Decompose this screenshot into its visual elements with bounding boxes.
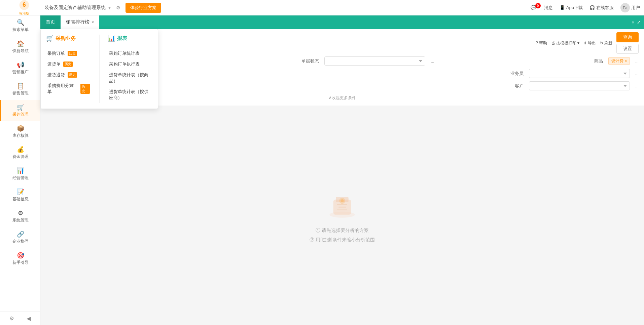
dropdown-arrow-icon[interactable]: ▾ [108, 5, 111, 10]
goods-more-icon[interactable]: ... [635, 59, 639, 64]
help-icon: ? [536, 41, 538, 45]
menu-item-purchase-return[interactable]: 进货退货 历史 [46, 70, 91, 80]
history-badge: 历史 [68, 72, 77, 78]
status-label: 单据状态 [301, 58, 319, 64]
menu-item-label: 进货单 [47, 61, 61, 67]
sidebar: 🔍 搜索菜单 🏠 快捷导航 📢 营销推广 📋 销售管理 🛒 采购管理 📦 库存核… [0, 15, 40, 325]
export-icon: ⬆ [583, 41, 587, 45]
logo-text: 标准版 [19, 11, 29, 16]
print-dropdown-icon[interactable]: ▾ [577, 41, 579, 45]
svg-rect-7 [337, 204, 347, 205]
help-label: 帮助 [539, 40, 547, 46]
header-title: 装备及固定资产辅助管理系统 ▾ ⚙ 体验行业方案 [44, 3, 531, 13]
sidebar-label: 库存核算 [12, 133, 29, 138]
dropdown-divider [99, 35, 100, 103]
salesperson-select[interactable] [529, 69, 630, 78]
message-item[interactable]: 💬 5 消息 [531, 5, 553, 11]
export-btn[interactable]: ⬆ 导出 [583, 40, 596, 46]
help-btn[interactable]: ? 帮助 [536, 40, 547, 46]
purchase-business-col: 🛒 采购业务 采购订单 历史 进货单 历史 进货退货 历史 [46, 35, 91, 103]
sidebar-item-search-menu[interactable]: 🔍 搜索菜单 [0, 15, 40, 37]
purchase-col-title-text: 采购业务 [56, 35, 76, 42]
sidebar-collapse-btn[interactable]: ◀ [27, 315, 31, 322]
menu-item-purchase-order[interactable]: 采购订单 历史 [46, 48, 91, 59]
sidebar-item-enterprise[interactable]: 🔗 企业协同 [0, 227, 40, 248]
industry-btn[interactable]: 体验行业方案 [126, 3, 161, 13]
online-service-item[interactable]: 🎧 在线客服 [589, 5, 614, 11]
phone-icon: 📱 [560, 5, 565, 10]
query-button[interactable]: 查询 [616, 32, 639, 42]
sidebar-item-finance[interactable]: 💰 资金管理 [0, 143, 40, 164]
tab-close-all-icon[interactable]: × [632, 20, 634, 25]
sidebar-label: 新手引导 [12, 260, 29, 266]
tab-maximize-icon[interactable]: ⤢ [637, 20, 641, 25]
export-label: 导出 [588, 40, 596, 46]
settings-button[interactable]: 设置 [616, 44, 639, 54]
sidebar-settings-btn[interactable]: ⚙ [9, 315, 14, 322]
sidebar-item-operations[interactable]: 📊 经营管理 [0, 164, 40, 185]
refresh-label: 刷新 [604, 40, 612, 46]
purchase-col-title: 🛒 采购业务 [46, 35, 91, 44]
refresh-btn[interactable]: ↻ 刷新 [600, 40, 612, 46]
empty-hint-2: ② 用[过滤]条件来缩小分析范围 [310, 235, 375, 244]
status-select[interactable] [324, 56, 425, 66]
tab-bar-actions: × ⤢ [632, 20, 644, 25]
sidebar-item-marketing[interactable]: 📢 营销推广 [0, 58, 40, 79]
menu-item-label: 进货单统计表（按商品） [109, 72, 151, 84]
empty-state: ① 请先选择要分析的方案 ② 用[过滤]条件来缩小分析范围 [40, 106, 644, 325]
menu-item-purchase-order-exec[interactable]: 采购订单执行表 [108, 59, 153, 70]
menu-item-label: 进货退货 [47, 72, 65, 78]
refresh-icon: ↻ [600, 41, 603, 45]
enterprise-icon: 🔗 [17, 231, 24, 237]
salesperson-more-icon[interactable]: ... [635, 71, 639, 76]
purchase-icon: 🛒 [17, 104, 24, 110]
header-settings-icon[interactable]: ⚙ [113, 3, 123, 12]
history-badge: 历史 [80, 84, 90, 94]
sales-icon: 📋 [17, 83, 24, 89]
system-title: 装备及固定资产辅助管理系统 [44, 5, 106, 11]
app-download-item[interactable]: 📱 App下载 [560, 5, 583, 11]
tab-home[interactable]: 首页 [40, 15, 61, 29]
goods-label: 商品 [594, 58, 603, 64]
sidebar-item-newbie[interactable]: 🎯 新手引导 [0, 248, 40, 270]
status-more-icon[interactable]: ... [431, 59, 434, 64]
customer-more-icon[interactable]: ... [635, 84, 639, 88]
avatar-initials: Ea [623, 6, 627, 10]
sidebar-label: 采购管理 [12, 112, 29, 117]
sidebar-item-basic-info[interactable]: 📝 基础信息 [0, 185, 40, 206]
history-badge: 历史 [63, 62, 73, 67]
sidebar-item-inventory[interactable]: 📦 库存核算 [0, 121, 40, 143]
user-label: 用户 [631, 5, 640, 11]
basic-info-icon: 📝 [17, 189, 24, 195]
user-item[interactable]: Ea 用户 [620, 3, 640, 12]
tab-close-icon[interactable]: × [92, 20, 94, 25]
menu-item-inbound-goods-stat[interactable]: 进货单统计表（按商品） [108, 70, 153, 86]
online-service-label: 在线客服 [596, 5, 614, 11]
goods-tag-close-icon[interactable]: × [625, 59, 627, 63]
menu-item-purchase-inbound[interactable]: 进货单 历史 [46, 59, 91, 70]
menu-item-purchase-expense[interactable]: 采购费用分摊单 历史 [46, 80, 91, 97]
salesperson-label: 业务员 [510, 71, 524, 77]
operations-icon: 📊 [17, 168, 24, 174]
sidebar-item-purchase-mgmt[interactable]: 🛒 采购管理 [0, 100, 40, 121]
report-col: 📊 报表 采购订单统计表 采购订单执行表 进货单统计表（按商品） 进货单统计表（… [108, 35, 153, 103]
sidebar-item-quick-nav[interactable]: 🏠 快捷导航 [0, 37, 40, 58]
menu-item-inbound-supplier-stat[interactable]: 进货单统计表（按供应商） [108, 86, 153, 103]
sidebar-item-system-mgmt[interactable]: ⚙ 系统管理 [0, 206, 40, 227]
customer-label: 客户 [515, 83, 524, 89]
report-col-title: 📊 报表 [108, 35, 153, 44]
svg-point-6 [341, 199, 344, 202]
menu-item-purchase-order-stat[interactable]: 采购订单统计表 [108, 48, 153, 59]
empty-hint: ① 请先选择要分析的方案 ② 用[过滤]条件来缩小分析范围 [310, 226, 375, 244]
sidebar-label: 经营管理 [12, 175, 29, 181]
history-badge: 历史 [68, 51, 77, 56]
print-btn[interactable]: 🖨 按模板打印 ▾ [551, 40, 579, 46]
tab-sales-ranking[interactable]: 销售排行榜 × [61, 15, 99, 29]
message-label: 消息 [544, 5, 553, 11]
sidebar-label: 销售管理 [12, 90, 29, 96]
system-icon: ⚙ [18, 210, 23, 216]
customer-select[interactable] [529, 81, 630, 90]
search-icon: 🔍 [17, 19, 24, 26]
goods-tag[interactable]: 设计费 × [608, 57, 630, 65]
sidebar-item-sales-mgmt[interactable]: 📋 销售管理 [0, 79, 40, 100]
